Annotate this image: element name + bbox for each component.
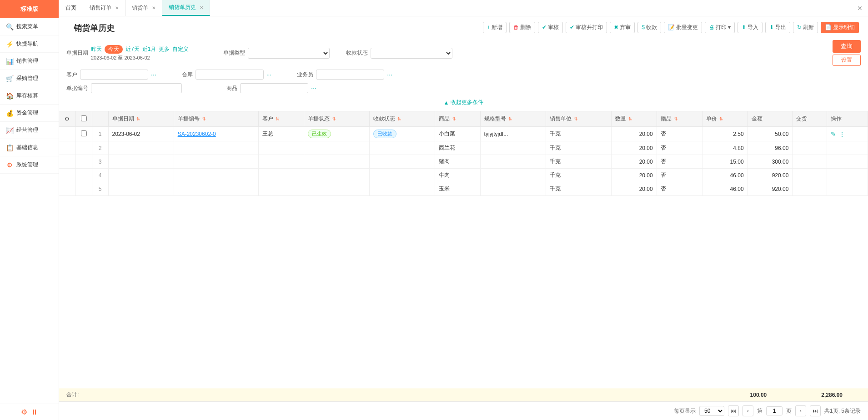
- sidebar-item-quick[interactable]: ⚡ 快捷导航: [0, 35, 59, 53]
- staff-input[interactable]: [316, 70, 384, 80]
- sidebar-item-purchase[interactable]: 🛒 采购管理: [0, 70, 59, 87]
- cell-unit-price: 15.00: [702, 155, 748, 169]
- quick-icon: ⚡: [5, 40, 14, 48]
- sidebar-item-finance[interactable]: 💰 资金管理: [0, 105, 59, 122]
- refresh-button[interactable]: ↻ 刷新: [793, 22, 818, 33]
- date-tab-more[interactable]: 更多: [159, 45, 170, 53]
- date-tab-1month[interactable]: 近1月: [142, 45, 156, 53]
- cell-doc-no[interactable]: [174, 141, 258, 155]
- th-doc-no[interactable]: 单据编号 ⇅: [174, 111, 258, 127]
- query-button[interactable]: 查询: [833, 40, 861, 53]
- collect-status-select[interactable]: [371, 48, 452, 59]
- cell-action[interactable]: [827, 182, 868, 196]
- collapse-button[interactable]: ▲ 收起更多条件: [66, 97, 861, 106]
- cell-action[interactable]: [827, 169, 868, 182]
- date-tab-custom[interactable]: 自定义: [172, 45, 189, 53]
- warehouse-ellipsis[interactable]: ···: [266, 71, 272, 78]
- prev-page-button[interactable]: ‹: [743, 405, 753, 416]
- set-button[interactable]: 设置: [833, 55, 861, 66]
- cell-doc-no[interactable]: SA-20230602-0: [174, 127, 258, 141]
- edit-icon[interactable]: ✎: [831, 130, 836, 138]
- doc-type-select[interactable]: [248, 48, 330, 59]
- tab-bar-close[interactable]: ✕: [852, 5, 868, 12]
- th-spec[interactable]: 规格型号 ⇅: [480, 111, 546, 127]
- collect-button[interactable]: $ 收款: [637, 22, 661, 33]
- th-gift[interactable]: 赠品 ⇅: [657, 111, 702, 127]
- tab-home[interactable]: 首页: [59, 0, 83, 16]
- th-unit[interactable]: 销售单位 ⇅: [546, 111, 611, 127]
- last-page-button[interactable]: ⏭: [810, 405, 821, 416]
- tab-sales-order[interactable]: 销售订单 ✕: [83, 0, 125, 16]
- doc-no-input[interactable]: [91, 83, 182, 93]
- cell-settings: [59, 182, 75, 196]
- date-tab-today[interactable]: 今天: [105, 45, 123, 54]
- batch-change-button[interactable]: 📝 批量变更: [664, 22, 702, 33]
- cell-checkbox[interactable]: [75, 127, 92, 141]
- cell-doc-no[interactable]: [174, 155, 258, 169]
- sidebar-item-inventory[interactable]: 🏠 库存核算: [0, 87, 59, 105]
- sidebar-item-sales[interactable]: 📊 销售管理: [0, 53, 59, 70]
- th-checkbox[interactable]: [75, 111, 92, 127]
- cell-checkbox[interactable]: [75, 141, 92, 155]
- sidebar-collapse-icon[interactable]: ⏸: [31, 408, 38, 416]
- next-page-button[interactable]: ›: [795, 405, 806, 416]
- sidebar-item-search[interactable]: 🔍 搜索菜单: [0, 18, 59, 35]
- customer-ellipsis[interactable]: ···: [151, 71, 156, 78]
- cell-unit: 千克: [546, 141, 611, 155]
- tab-sales-delivery[interactable]: 销货单 ✕: [125, 0, 162, 16]
- th-customer[interactable]: 客户 ⇅: [258, 111, 304, 127]
- add-button[interactable]: + 新增: [483, 22, 507, 33]
- cell-checkbox[interactable]: [75, 155, 92, 169]
- per-page-select[interactable]: 50 100 200: [699, 406, 724, 416]
- import-button[interactable]: ⬆ 导入: [738, 22, 763, 33]
- customer-input[interactable]: [80, 70, 148, 80]
- first-page-button[interactable]: ⏮: [728, 405, 739, 416]
- cell-checkbox[interactable]: [75, 169, 92, 182]
- row-checkbox[interactable]: [81, 130, 87, 136]
- audit-print-button[interactable]: ✔ 审核并打印: [566, 22, 607, 33]
- sidebar-item-basic[interactable]: 📋 基础信息: [0, 139, 59, 156]
- tab-sales-order-close[interactable]: ✕: [115, 5, 119, 10]
- cell-action[interactable]: [827, 141, 868, 155]
- tab-sales-delivery-close[interactable]: ✕: [152, 5, 156, 10]
- staff-ellipsis[interactable]: ···: [387, 71, 392, 78]
- th-goods[interactable]: 商品 ⇅: [435, 111, 480, 127]
- print-button[interactable]: 🖨 打印 ▾: [705, 22, 735, 33]
- inventory-icon: 🏠: [5, 92, 14, 100]
- goods-ellipsis[interactable]: ···: [311, 85, 316, 92]
- th-unit-price[interactable]: 单价 ⇅: [702, 111, 748, 127]
- collapse-up-icon: ▲: [444, 100, 449, 106]
- delete-button[interactable]: 🗑 删除: [509, 22, 535, 33]
- sidebar-item-operation[interactable]: 📈 经营管理: [0, 122, 59, 139]
- per-page-label: 每页显示: [674, 407, 696, 415]
- th-collect-status[interactable]: 收款状态 ⇅: [369, 111, 435, 127]
- select-all-checkbox[interactable]: [81, 115, 87, 121]
- cell-action[interactable]: [827, 155, 868, 169]
- filter-date: 单据日期 昨天 今天 近7天 近1月 更多 自定义 2023-06-02 至 2…: [66, 45, 189, 61]
- page-input[interactable]: [766, 406, 783, 415]
- warehouse-input[interactable]: [196, 70, 264, 80]
- abandon-button[interactable]: ✖ 弃审: [610, 22, 635, 33]
- tab-sales-history-close[interactable]: ✕: [200, 5, 203, 10]
- cell-checkbox[interactable]: [75, 182, 92, 196]
- show-detail-button[interactable]: 📄 显示明细: [821, 22, 859, 33]
- th-date[interactable]: 单据日期 ⇅: [108, 111, 174, 127]
- goods-input[interactable]: [240, 83, 308, 93]
- date-tab-7days[interactable]: 近7天: [125, 45, 140, 53]
- main-content: 首页 销售订单 ✕ 销货单 ✕ 销货单历史 ✕ ✕ 销货单历史 + 新增 🗑 删…: [59, 0, 868, 420]
- export-button[interactable]: ⬇ 导出: [765, 22, 790, 33]
- cell-doc-no[interactable]: [174, 182, 258, 196]
- th-settings[interactable]: ⚙: [59, 111, 75, 127]
- date-tab-yesterday[interactable]: 昨天: [91, 45, 102, 53]
- cell-action[interactable]: ✎⋮: [827, 127, 868, 141]
- cell-doc-no[interactable]: [174, 169, 258, 182]
- sidebar-setting-icon[interactable]: ⚙: [21, 408, 27, 416]
- th-qty[interactable]: 数量 ⇅: [611, 111, 657, 127]
- cell-settings: [59, 155, 75, 169]
- doc-no-link[interactable]: SA-20230602-0: [178, 131, 216, 137]
- more-icon[interactable]: ⋮: [839, 130, 845, 138]
- audit-button[interactable]: ✔ 审核: [538, 22, 563, 33]
- tab-sales-history[interactable]: 销货单历史 ✕: [162, 0, 210, 16]
- sidebar-item-system[interactable]: ⚙ 系统管理: [0, 156, 59, 174]
- th-doc-status[interactable]: 单据状态 ⇅: [304, 111, 369, 127]
